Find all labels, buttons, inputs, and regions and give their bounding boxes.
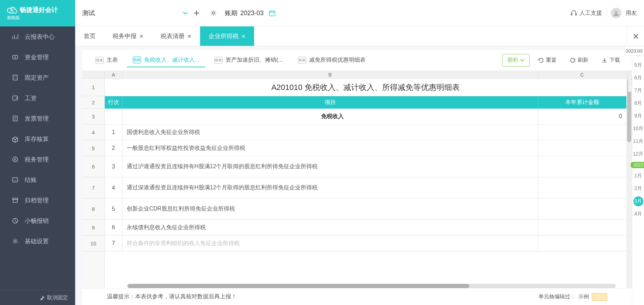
sidebar-item-invoice[interactable]: 发票管理 [0, 108, 75, 129]
cell-amount[interactable] [538, 236, 626, 251]
sidebar-item-report[interactable]: 小畅报销 [0, 211, 75, 231]
row-number[interactable]: 1 [82, 79, 104, 96]
month-button[interactable]: 10月 [633, 122, 644, 135]
row-number[interactable]: 6 [82, 156, 104, 177]
subtab[interactable]: 税表减免所得税优惠明细表 [292, 53, 372, 67]
month-button[interactable]: 3月 [633, 196, 643, 206]
reset-button[interactable]: 重置 [533, 54, 561, 67]
cell-rownum[interactable]: 2 [105, 140, 122, 156]
row-number[interactable]: 4 [82, 124, 104, 140]
cell-item[interactable]: 符合条件的非营利组织的收入免征企业所得税 [122, 236, 538, 251]
month-button[interactable]: 7月 [633, 84, 644, 97]
corner-cell [82, 71, 104, 79]
h-scroll-thumb[interactable] [127, 284, 469, 288]
sidebar-item-wage[interactable]: 工资 [0, 88, 75, 108]
sidebar-item-tax[interactable]: 税税务管理 [0, 149, 75, 170]
col-header-a[interactable]: A [105, 71, 122, 78]
row-number[interactable]: 2 [82, 96, 104, 109]
row-number[interactable]: 7 [82, 177, 104, 199]
cell-rownum[interactable]: 4 [105, 177, 122, 198]
cell-amount[interactable] [538, 199, 626, 219]
header-amount: 本年累计金额 [538, 96, 626, 109]
month-button[interactable]: 5月 [633, 59, 644, 72]
unpin-button[interactable]: 取消固定 [0, 290, 75, 305]
cell-rownum[interactable]: 7 [105, 236, 122, 251]
month-button[interactable]: 12月 [633, 148, 644, 160]
col-header-b[interactable]: B [122, 71, 538, 78]
calendar-icon[interactable] [266, 7, 278, 19]
period-init-label: 期初 [507, 57, 518, 63]
subtab[interactable]: 税表主表 [89, 53, 124, 67]
table-row: 3通过沪港通投资且连续持有H股满12个月取得的股息红利所得免征企业所得税 [105, 156, 626, 177]
logo-title: 畅捷通好会计 [20, 6, 58, 14]
period-init-button[interactable]: 期初 [502, 54, 530, 67]
badge-icon: 税表 [95, 57, 104, 64]
cell-rownum[interactable]: 3 [105, 156, 122, 177]
tab[interactable]: 税表清册✕ [152, 26, 200, 46]
cell-rownum[interactable]: 6 [105, 220, 122, 235]
close-icon[interactable]: ✕ [241, 33, 246, 39]
sidebar-item-stock[interactable]: 库存核算 [0, 129, 75, 149]
tab-label: 税表清册 [161, 32, 185, 40]
cell-rownum[interactable]: 5 [105, 199, 122, 219]
month-button[interactable]: 2月 [633, 182, 643, 195]
month-button[interactable]: 11月 [633, 135, 644, 148]
row-number[interactable]: 5 [82, 140, 104, 156]
sidebar-item-gear[interactable]: 基础设置 [0, 231, 75, 251]
cell-amount[interactable] [538, 124, 626, 140]
avatar[interactable] [611, 8, 621, 18]
month-button[interactable]: 6月 [633, 72, 644, 84]
reset-label: 重置 [546, 57, 556, 63]
tab[interactable]: 税务申报✕ [104, 26, 152, 46]
cell-item[interactable]: 永续债利息收入免征企业所得税 [122, 220, 538, 235]
cell-amount[interactable] [538, 140, 626, 156]
cell-amount[interactable] [538, 177, 626, 198]
sidebar-item-chart[interactable]: 云报表中心 [0, 26, 75, 47]
close-icon[interactable]: ✕ [139, 33, 144, 39]
add-button[interactable] [191, 7, 202, 19]
cell-amount[interactable] [538, 220, 626, 235]
v-scrollbar[interactable] [626, 71, 632, 288]
cell-rownum[interactable] [105, 109, 122, 124]
company-selector[interactable]: 测试 [82, 9, 188, 17]
tab[interactable]: 首页 [75, 26, 104, 46]
month-button[interactable]: 1月 [633, 170, 643, 182]
cell-item[interactable]: 通过深港通投资且连续持有H股满12个月取得的股息红利所得免征企业所得税 [122, 177, 538, 198]
close-all-tabs[interactable] [627, 26, 644, 46]
month-button[interactable]: 4月 [633, 208, 643, 220]
cell-item[interactable]: 创新企业CDR股息红利所得免征企业所得税 [122, 199, 538, 219]
row-number[interactable]: 8 [82, 199, 104, 220]
refresh-button[interactable]: 刷新 [565, 54, 593, 67]
download-button[interactable]: 下载 [597, 54, 625, 67]
tab[interactable]: 企业所得税✕ [200, 26, 254, 46]
sidebar-item-close-book[interactable]: 结账 [0, 170, 75, 190]
cell-rownum[interactable]: 1 [105, 124, 122, 140]
cell-item[interactable]: 一般股息红利等权益性投资收益免征企业所得税 [122, 140, 538, 156]
support-link[interactable]: 人工支援 [570, 10, 602, 17]
row-number[interactable]: 10 [82, 236, 104, 251]
subtab[interactable]: 税表免税收入、减计收入... [127, 53, 205, 67]
gear-icon[interactable] [208, 7, 219, 19]
row-number[interactable]: 9 [82, 220, 104, 236]
sidebar-item-label: 归档管理 [25, 196, 49, 205]
h-scrollbar[interactable] [127, 284, 616, 288]
close-icon[interactable]: ✕ [187, 33, 192, 39]
sheet-header-row: 行次 项目 本年累计金额 [105, 96, 626, 109]
subtab-label: 资产加速折旧、摊销(... [225, 56, 283, 64]
cell-amount[interactable]: 0 [538, 109, 626, 124]
svg-rect-6 [13, 75, 17, 80]
sidebar-item-label: 库存核算 [25, 135, 49, 143]
month-button[interactable]: 9月 [633, 110, 644, 122]
sidebar-item-archive[interactable]: 归档管理 [0, 190, 75, 211]
row-number[interactable]: 3 [82, 109, 104, 124]
col-header-c[interactable]: C [538, 71, 626, 78]
month-button[interactable]: 8月 [633, 97, 644, 110]
download-icon [602, 57, 607, 63]
cell-amount[interactable] [538, 156, 626, 177]
cell-item[interactable]: 免税收入 [122, 109, 538, 124]
cell-item[interactable]: 国债利息收入免征企业所得税 [122, 124, 538, 140]
sidebar-item-money[interactable]: ¥资金管理 [0, 47, 75, 67]
cell-item[interactable]: 通过沪港通投资且连续持有H股满12个月取得的股息红利所得免征企业所得税 [122, 156, 538, 177]
subtab[interactable]: 税表资产加速折旧、摊销(... [208, 53, 289, 67]
sidebar-item-building[interactable]: 固定资产 [0, 67, 75, 88]
